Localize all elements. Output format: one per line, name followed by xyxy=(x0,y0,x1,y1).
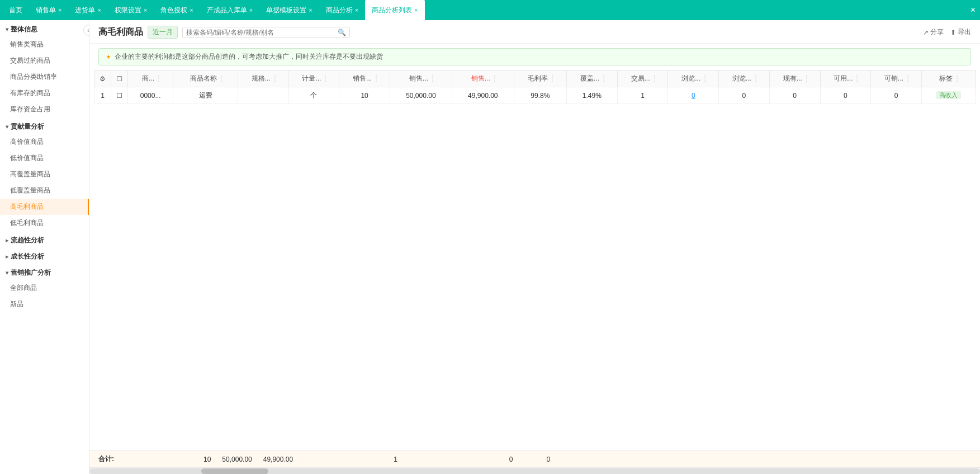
nav-close-goods-analysis[interactable]: × xyxy=(355,7,358,13)
nav-permission-setting[interactable]: 权限设置 × xyxy=(108,0,154,20)
footer-current: 0 xyxy=(509,456,513,463)
content-area: 高毛利商品 近一月 🔍 ↗ 分享 ⬆ 导出 ✦ 企业的主要的利润都是这部分商品创… xyxy=(89,20,980,474)
cell-code: 0000... xyxy=(128,87,173,104)
table-header-row: ⚙ ☐ 商...⋮ 商品名称⋮ 规格...⋮ 计量...⋮ 销售...⋮ 销售.… xyxy=(94,71,976,87)
sidebar-item-sales-goods[interactable]: 销售类商品 xyxy=(0,36,89,53)
nav-sales-order[interactable]: 销售单 × xyxy=(29,0,68,20)
cell-gross-rate: 99.8% xyxy=(514,87,566,104)
nav-close-role[interactable]: × xyxy=(190,7,193,13)
resizer-spec[interactable]: ⋮ xyxy=(272,74,275,82)
cell-checkbox[interactable]: ☐ xyxy=(111,87,128,104)
col-unit: 计量...⋮ xyxy=(288,71,339,87)
resizer-sell[interactable]: ⋮ xyxy=(905,74,908,82)
sidebar: « ▾ 整体信息 销售类商品 交易过的商品 商品分类助销率 有库存的商品 库存资… xyxy=(0,20,89,474)
sidebar-item-low-value[interactable]: 低价值商品 xyxy=(0,150,89,166)
nav-close-finished[interactable]: × xyxy=(249,7,253,13)
table-container: ⚙ ☐ 商...⋮ 商品名称⋮ 规格...⋮ 计量...⋮ 销售...⋮ 销售.… xyxy=(89,70,980,450)
tag-badge: 高收入 xyxy=(936,91,961,99)
sidebar-group-contribution[interactable]: ▾ 贡献量分析 xyxy=(0,118,89,134)
table-row: 1 ☐ 0000... 运费 个 10 50,000.00 49,900.00 … xyxy=(94,87,976,104)
resizer-avail[interactable]: ⋮ xyxy=(854,74,857,82)
nav-close-sales[interactable]: × xyxy=(58,7,61,13)
col-sale-qty: 销售...⋮ xyxy=(339,71,390,87)
nav-goods-analysis[interactable]: 商品分析 × xyxy=(319,0,365,20)
horizontal-scrollbar[interactable] xyxy=(89,467,980,474)
cell-browse2: 0 xyxy=(719,87,770,104)
sidebar-group-marketing[interactable]: ▾ 营销推广分析 xyxy=(0,264,89,280)
info-icon: ✦ xyxy=(106,53,111,61)
resizer-profit[interactable]: ⋮ xyxy=(491,74,495,82)
sidebar-group-trend[interactable]: ▸ 流趋性分析 xyxy=(0,231,89,247)
resizer-gross[interactable]: ⋮ xyxy=(549,74,552,82)
export-button[interactable]: ⬆ 导出 xyxy=(950,27,971,37)
footer-total: 合计: 10 50,000.00 49,900.00 1 0 0 xyxy=(89,450,980,467)
sidebar-item-all-goods[interactable]: 全部商品 xyxy=(0,280,89,296)
share-icon: ↗ xyxy=(923,29,929,36)
col-browse1: 浏览...⋮ xyxy=(668,71,719,87)
resizer-browse2[interactable]: ⋮ xyxy=(752,74,756,82)
header-actions: ↗ 分享 ⬆ 导出 xyxy=(923,27,971,37)
footer-transaction: 1 xyxy=(394,456,397,463)
sidebar-item-category-rate[interactable]: 商品分类助销率 xyxy=(0,69,89,85)
nav-close-goods-list[interactable]: × xyxy=(414,7,418,13)
sidebar-item-high-value[interactable]: 高价值商品 xyxy=(0,134,89,150)
resizer-browse1[interactable]: ⋮ xyxy=(702,74,705,82)
nav-purchase-order[interactable]: 进货单 × xyxy=(68,0,107,20)
cell-available-stock: 0 xyxy=(820,87,871,104)
sidebar-item-stock-fund[interactable]: 库存资金占用 xyxy=(0,101,89,118)
cell-unit: 个 xyxy=(288,87,339,104)
resizer-qty[interactable]: ⋮ xyxy=(373,74,376,82)
close-app-button[interactable]: × xyxy=(970,5,976,15)
sidebar-item-low-coverage[interactable]: 低覆盖量商品 xyxy=(0,182,89,199)
resizer-unit[interactable]: ⋮ xyxy=(322,74,325,82)
cell-transaction: 1 xyxy=(617,87,668,104)
col-gross-rate: 毛利率⋮ xyxy=(514,71,566,87)
sidebar-group-overview[interactable]: ▾ 整体信息 xyxy=(0,20,89,36)
sidebar-item-in-stock[interactable]: 有库存的商品 xyxy=(0,85,89,101)
col-tag: 标签⋮ xyxy=(921,71,975,87)
resizer-code[interactable]: ⋮ xyxy=(155,74,159,82)
col-coverage: 覆盖...⋮ xyxy=(566,71,617,87)
resizer-coverage[interactable]: ⋮ xyxy=(600,74,604,82)
search-icon[interactable]: 🔍 xyxy=(338,29,346,36)
nav-close-permission[interactable]: × xyxy=(144,7,147,13)
col-settings[interactable]: ⚙ xyxy=(94,71,111,87)
sidebar-item-new-goods[interactable]: 新品 xyxy=(0,296,89,312)
sidebar-item-traded-goods[interactable]: 交易过的商品 xyxy=(0,53,89,69)
resizer-trans[interactable]: ⋮ xyxy=(651,74,655,82)
scrollbar-thumb[interactable] xyxy=(201,468,268,474)
cell-sellable-stock: 0 xyxy=(871,87,922,104)
nav-goods-analysis-list[interactable]: 商品分析列表 × xyxy=(365,0,424,20)
cell-index: 1 xyxy=(94,87,111,104)
cell-browse1[interactable]: 0 xyxy=(668,87,719,104)
nav-close-purchase[interactable]: × xyxy=(97,7,101,13)
arrow-right-icon: ▸ xyxy=(6,237,8,243)
resizer-tag[interactable]: ⋮ xyxy=(954,74,957,82)
time-filter-button[interactable]: 近一月 xyxy=(148,26,178,39)
col-sale-amount: 销售...⋮ xyxy=(390,71,452,87)
arrow-down-icon-3: ▾ xyxy=(6,270,8,276)
cell-tag: 高收入 xyxy=(921,87,975,104)
col-name: 商品名称⋮ xyxy=(173,71,238,87)
col-checkbox[interactable]: ☐ xyxy=(111,71,128,87)
footer-sale-amount: 50,000.00 xyxy=(222,456,252,463)
search-input[interactable] xyxy=(186,29,338,36)
arrow-right-icon-2: ▸ xyxy=(6,254,8,260)
nav-template-setting[interactable]: 单据模板设置 × xyxy=(259,0,319,20)
cell-name: 运费 xyxy=(173,87,238,104)
resizer-name[interactable]: ⋮ xyxy=(218,74,221,82)
resizer-amount[interactable]: ⋮ xyxy=(429,74,433,82)
nav-home[interactable]: 首页 xyxy=(2,0,29,20)
sidebar-item-high-margin[interactable]: 高毛利商品 xyxy=(0,199,89,215)
nav-close-template[interactable]: × xyxy=(309,7,312,13)
nav-finished-goods[interactable]: 产成品入库单 × xyxy=(200,0,259,20)
search-box[interactable]: 🔍 xyxy=(182,27,350,38)
sidebar-group-growth[interactable]: ▸ 成长性分析 xyxy=(0,247,89,264)
nav-role-auth[interactable]: 角色授权 × xyxy=(154,0,200,20)
share-button[interactable]: ↗ 分享 xyxy=(923,27,944,37)
sidebar-item-high-coverage[interactable]: 高覆盖量商品 xyxy=(0,166,89,182)
sidebar-item-low-margin[interactable]: 低毛利商品 xyxy=(0,215,89,231)
resizer-current[interactable]: ⋮ xyxy=(803,74,807,82)
footer-sale-qty: 10 xyxy=(203,456,211,463)
main-layout: « ▾ 整体信息 销售类商品 交易过的商品 商品分类助销率 有库存的商品 库存资… xyxy=(0,20,980,474)
